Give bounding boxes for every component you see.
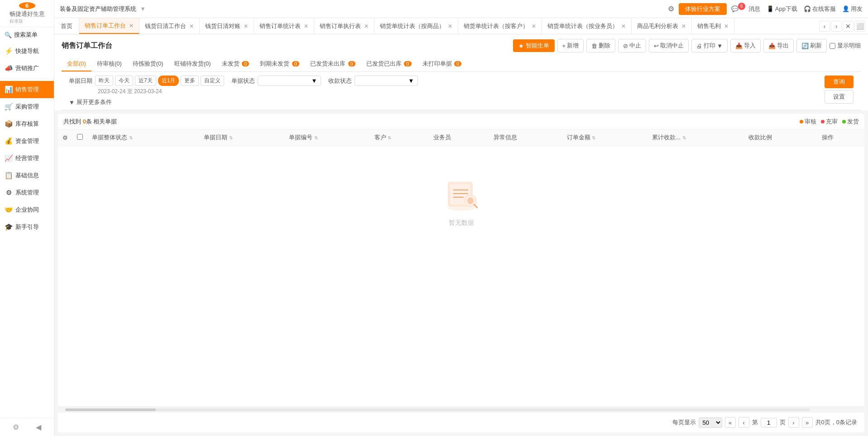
sidebar-item-purchase[interactable]: 🛒 采购管理: [0, 98, 54, 115]
sort-icon[interactable]: ⇅: [388, 135, 391, 140]
sidebar-item-system[interactable]: ⚙ 系统管理: [0, 184, 54, 201]
sidebar-item-enterprise[interactable]: 🤝 企业协同: [0, 201, 54, 218]
guide-icon: 🎓: [5, 223, 13, 231]
date-custom[interactable]: 自定义: [201, 76, 224, 86]
stop-button[interactable]: ⊘ 中止: [618, 39, 646, 52]
date-yesterday[interactable]: 昨天: [95, 76, 113, 86]
tab-sales-exec[interactable]: 销售订单执行表 ✕: [314, 18, 374, 34]
app-download-button[interactable]: 📱 App下载: [767, 5, 797, 13]
sidebar-item-finance[interactable]: 💰 资金管理: [0, 133, 54, 150]
subtab-shipped-not-out[interactable]: 已发货未出库 0: [305, 57, 361, 71]
scrollbar-thumb[interactable]: [65, 408, 156, 411]
subtab-pending-review[interactable]: 待审核(0): [91, 57, 127, 71]
search-menu[interactable]: 🔍 搜索菜单: [0, 27, 54, 43]
query-button[interactable]: 查询: [825, 76, 854, 88]
sidebar-item-basic-info[interactable]: 📋 基础信息: [0, 167, 54, 184]
tab-cash-reconcile[interactable]: 钱货日清对账 ✕: [200, 18, 254, 34]
smart-generate-button[interactable]: ★ 智能生单: [513, 39, 555, 52]
add-button[interactable]: + 新增: [557, 39, 584, 52]
prev-page-button[interactable]: ‹: [739, 417, 749, 428]
tab-sales-stats[interactable]: 销售订单统计表 ✕: [254, 18, 314, 34]
sidebar-item-inventory[interactable]: 📦 库存核算: [0, 115, 54, 133]
dropdown-icon[interactable]: ▼: [140, 5, 146, 12]
tab-sales-stats-staff[interactable]: 销货单统计表（按业务员） ✕: [542, 18, 632, 34]
sort-icon[interactable]: ⇅: [129, 135, 133, 140]
sort-icon[interactable]: ⇅: [314, 135, 318, 140]
col-settings[interactable]: ⚙: [58, 130, 72, 146]
subtab-not-shipped[interactable]: 未发货 0: [216, 57, 255, 71]
cancel-stop-button[interactable]: ↩ 取消中止: [649, 39, 689, 52]
sidebar-item-guide[interactable]: 🎓 新手引导: [0, 218, 54, 236]
sidebar-item-operations[interactable]: 📈 经营管理: [0, 150, 54, 167]
show-detail-label[interactable]: 显示明细: [830, 42, 861, 50]
tab-sales-stats-product[interactable]: 销货单统计表（按商品） ✕: [374, 18, 458, 34]
table-scroll[interactable]: ⚙ 单据整体状态 ⇅ 单据日期 ⇅: [58, 130, 864, 407]
settings-gear-icon[interactable]: ⚙: [668, 5, 674, 13]
tab-close-icon[interactable]: ✕: [304, 23, 308, 29]
review-action[interactable]: 审核: [800, 118, 816, 126]
tab-sales-profit[interactable]: 销售毛利 ✕: [692, 18, 734, 34]
payment-select[interactable]: ▼: [355, 76, 418, 86]
tab-close-icon[interactable]: ✕: [448, 23, 452, 29]
refresh-button[interactable]: 🔄 刷新: [796, 39, 827, 52]
setting-button[interactable]: 设置: [825, 90, 854, 104]
message-button[interactable]: 💬 6 消息: [731, 5, 760, 13]
tab-next-button[interactable]: ›: [831, 21, 842, 32]
page-input[interactable]: [761, 418, 777, 427]
expand-more[interactable]: ▼ 展开更多条件: [69, 98, 817, 106]
status-select[interactable]: ▼: [258, 76, 321, 86]
delete-button[interactable]: 🗑 删除: [586, 39, 615, 52]
tab-close-icon[interactable]: ✕: [129, 23, 134, 29]
tab-close-icon[interactable]: ✕: [621, 23, 626, 29]
tab-maximize-button[interactable]: ⬜: [854, 21, 865, 32]
export-button[interactable]: 📤 导出: [763, 39, 794, 52]
tab-home[interactable]: 首页: [54, 18, 79, 34]
trial-button[interactable]: 体验行业方案: [679, 3, 727, 15]
sidebar-item-sales[interactable]: 📊 销售管理: [0, 81, 54, 98]
tab-close-icon[interactable]: ✕: [189, 23, 194, 29]
tab-sales-stats-customer[interactable]: 销货单统计表（按客户） ✕: [458, 18, 542, 34]
first-page-button[interactable]: «: [725, 417, 736, 428]
subtab-pending-inspect[interactable]: 待拣验货(0): [127, 57, 169, 71]
date-more[interactable]: 更多: [181, 76, 199, 86]
sort-icon[interactable]: ⇅: [592, 135, 595, 140]
collapse-icon[interactable]: ◀: [36, 423, 41, 431]
date-month[interactable]: 近1月: [158, 76, 179, 86]
date-7days[interactable]: 近7天: [135, 76, 156, 86]
tab-close-icon[interactable]: ✕: [244, 23, 248, 29]
tab-label: 钱货日清对账: [205, 22, 240, 30]
tab-cash-daily[interactable]: 钱货日清工作台 ✕: [139, 18, 200, 34]
col-checkbox[interactable]: [72, 130, 87, 146]
print-button[interactable]: 🖨 打印 ▼: [691, 39, 728, 52]
subtab-all[interactable]: 全部(0): [62, 57, 91, 71]
per-page-select[interactable]: 50 20 100: [699, 417, 722, 428]
date-today[interactable]: 今天: [115, 76, 133, 86]
sort-icon[interactable]: ⇅: [229, 135, 233, 140]
tab-close-all-button[interactable]: ✕: [843, 21, 854, 32]
revoke-action[interactable]: 充审: [821, 118, 838, 126]
tab-prev-button[interactable]: ‹: [819, 21, 830, 32]
tab-product-margin[interactable]: 商品毛利分析表 ✕: [632, 18, 692, 34]
select-all-checkbox[interactable]: [77, 134, 83, 140]
show-detail-checkbox[interactable]: [830, 43, 835, 49]
horizontal-scrollbar[interactable]: [58, 407, 864, 412]
tab-close-icon[interactable]: ✕: [724, 23, 729, 29]
subtab-wangpu[interactable]: 旺铺待发货(0): [169, 57, 216, 71]
online-service-button[interactable]: 🎧 在线客服: [804, 5, 836, 13]
tab-close-icon[interactable]: ✕: [681, 23, 686, 29]
user-button[interactable]: 👤 用友: [842, 5, 863, 13]
settings-icon[interactable]: ⚙: [13, 423, 19, 431]
subtab-overdue-ship[interactable]: 到期未发货 0: [254, 57, 305, 71]
subtab-not-printed[interactable]: 未打印单据 0: [417, 57, 467, 71]
tab-sales-workbench[interactable]: 销售订单工作台 ✕: [79, 18, 139, 34]
last-page-button[interactable]: »: [802, 417, 813, 428]
next-page-button[interactable]: ›: [788, 417, 799, 428]
sidebar-item-marketing[interactable]: 📣 营销推广: [0, 60, 54, 77]
import-button[interactable]: 📥 导入: [730, 39, 761, 52]
subtab-shipped-out[interactable]: 已发货已出库 0: [361, 57, 417, 71]
sidebar-item-quick-nav[interactable]: ⚡ 快捷导航: [0, 43, 54, 60]
ship-action[interactable]: 发货: [842, 118, 859, 126]
sort-icon[interactable]: ⇅: [682, 135, 686, 140]
tab-close-icon[interactable]: ✕: [364, 23, 369, 29]
tab-close-icon[interactable]: ✕: [532, 23, 536, 29]
